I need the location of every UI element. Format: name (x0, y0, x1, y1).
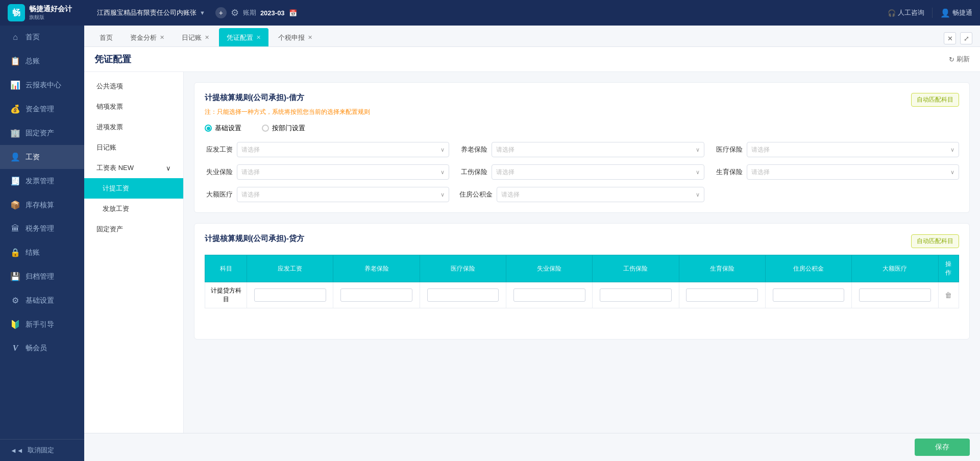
add-button[interactable]: + (215, 7, 227, 18)
expand-tab-button[interactable]: ⤢ (960, 32, 972, 44)
content-area: 首页 资金分析 ✕ 日记账 ✕ 凭证配置 ✕ 个税申报 ✕ ✕ ⤢ (84, 26, 980, 461)
cell-category: 计提贷方科目 (205, 282, 247, 308)
tab-journal[interactable]: 日记账 ✕ (174, 28, 217, 46)
sidebar-item-invoice[interactable]: 🧾 发票管理 (0, 169, 84, 193)
chevron-yingfa-icon: ∨ (440, 147, 445, 153)
chevron-gongshang-icon: ∨ (696, 169, 700, 176)
main-layout: ⌂ 首页 📋 总账 📊 云报表中心 💰 资金管理 🏢 固定资产 👤 工资 🧾 发… (0, 26, 980, 461)
cell-shengyu (679, 282, 765, 308)
calendar-icon[interactable]: 📅 (289, 9, 297, 17)
sidebar-item-tax[interactable]: 🏛 税务管理 (0, 217, 84, 240)
select-dale[interactable]: 请选择 ∨ (237, 187, 449, 202)
tab-home[interactable]: 首页 (92, 28, 120, 46)
logo-icon: 畅 (8, 4, 25, 21)
invoice-icon: 🧾 (10, 176, 20, 186)
tabs-bar: 首页 资金分析 ✕ 日记账 ✕ 凭证配置 ✕ 个税申报 ✕ ✕ ⤢ (84, 26, 980, 47)
field-zhufang: 住房公积金 请选择 ∨ (459, 187, 704, 202)
sidebar-item-settings[interactable]: ⚙ 基础设置 (0, 288, 84, 312)
debit-auto-match-button[interactable]: 自动匹配科目 (911, 93, 959, 107)
salary-icon: 👤 (10, 152, 20, 162)
credit-section: 计提核算规则(公司承担)-贷方 自动匹配科目 科目 应发工资 养老保险 (194, 223, 970, 339)
sidebar-item-home[interactable]: ⌂ 首页 (0, 26, 84, 49)
left-nav-salary-group[interactable]: 工资表 NEW ∨ (84, 158, 183, 178)
sidebar-item-funds[interactable]: 💰 资金管理 (0, 97, 84, 121)
left-nav-public[interactable]: 公共选项 (84, 76, 183, 96)
closing-icon: 🔒 (10, 248, 20, 257)
tab-close-tax[interactable]: ✕ (308, 34, 312, 41)
left-nav-journal[interactable]: 日记账 (84, 137, 183, 158)
left-nav-sales[interactable]: 销项发票 (84, 96, 183, 117)
label-yingfa: 应发工资 (205, 145, 233, 154)
sidebar-item-ledger[interactable]: 📋 总账 (0, 49, 84, 73)
select-shengyu[interactable]: 请选择 ∨ (747, 164, 959, 180)
tab-voucher[interactable]: 凭证配置 ✕ (219, 28, 268, 46)
sidebar-item-assets[interactable]: 🏢 固定资产 (0, 121, 84, 145)
company-selector[interactable]: 江西服宝精品有限责任公司内账张 ▼ (97, 8, 205, 17)
sidebar-label-salary: 工资 (26, 153, 40, 162)
pin-icon: ◄◄ (10, 447, 23, 454)
select-zhufang[interactable]: 请选择 ∨ (497, 187, 704, 202)
cell-shiye (506, 282, 593, 308)
tab-close-voucher[interactable]: ✕ (256, 34, 261, 41)
col-yanglao: 养老保险 (333, 255, 420, 282)
radio-basic-circle (205, 125, 212, 132)
left-nav-pay-salary[interactable]: 发放工资 (84, 199, 183, 219)
sidebar-item-inventory[interactable]: 📦 库存核算 (0, 193, 84, 217)
label-gongshang: 工伤保险 (459, 167, 487, 177)
sidebar-label-settings: 基础设置 (26, 296, 54, 305)
col-yingfa: 应发工资 (247, 255, 333, 282)
select-gongshang[interactable]: 请选择 ∨ (492, 164, 704, 180)
sidebar: ⌂ 首页 📋 总账 📊 云报表中心 💰 资金管理 🏢 固定资产 👤 工资 🧾 发… (0, 26, 84, 461)
select-yiliao[interactable]: 请选择 ∨ (747, 142, 959, 157)
sidebar-item-archive[interactable]: 💾 归档管理 (0, 264, 84, 288)
input-yiliao[interactable] (427, 288, 499, 302)
radio-basic[interactable]: 基础设置 (205, 124, 241, 133)
credit-auto-match-button[interactable]: 自动匹配科目 (911, 234, 959, 248)
select-shiye[interactable]: 请选择 ∨ (237, 164, 449, 180)
label-shiye: 失业保险 (205, 167, 233, 177)
col-shiye: 失业保险 (506, 255, 593, 282)
input-shengyu[interactable] (686, 288, 758, 302)
left-nav-fixed-assets[interactable]: 固定资产 (84, 219, 183, 239)
logo-main-text: 畅捷通好会计 (29, 5, 72, 14)
delete-row-icon[interactable]: 🗑 (945, 291, 952, 299)
select-yanglao[interactable]: 请选择 ∨ (492, 142, 704, 157)
input-shiye[interactable] (513, 288, 585, 302)
company-dropdown-icon: ▼ (200, 10, 205, 16)
save-button[interactable]: 保存 (915, 439, 970, 456)
input-yingfa[interactable] (254, 288, 326, 302)
page-header: 凭证配置 ↻ 刷新 (84, 47, 980, 72)
close-tab-button[interactable]: ✕ (944, 32, 956, 44)
consult-button[interactable]: 🎧 人工咨询 (888, 8, 924, 17)
sidebar-label-member: 畅会员 (26, 344, 47, 353)
input-zhufang[interactable] (773, 288, 845, 302)
label-dale: 大额医疗 (205, 190, 233, 199)
chevron-shengyu-icon: ∨ (950, 169, 954, 176)
refresh-button[interactable]: ↻ 刷新 (949, 55, 970, 64)
sidebar-item-member[interactable]: V 畅会员 (0, 336, 84, 360)
left-nav-purchase[interactable]: 进项发票 (84, 117, 183, 137)
input-dale[interactable] (859, 288, 931, 302)
company-name: 江西服宝精品有限责任公司内账张 (97, 8, 197, 17)
sidebar-item-reports[interactable]: 📊 云报表中心 (0, 73, 84, 97)
tab-funds[interactable]: 资金分析 ✕ (122, 28, 172, 46)
sidebar-label-inventory: 库存核算 (26, 201, 54, 210)
tab-close-journal[interactable]: ✕ (205, 34, 209, 41)
debit-section: 计提核算规则(公司承担)-借方 注：只能选择一种方式，系统将按照您当前的选择来配… (194, 82, 970, 213)
tab-tax[interactable]: 个税申报 ✕ (271, 28, 320, 46)
col-gongshang: 工伤保险 (593, 255, 679, 282)
select-yingfa[interactable]: 请选择 ∨ (237, 142, 449, 157)
settings-icon[interactable]: ⚙ (231, 7, 239, 18)
left-nav-calc-salary[interactable]: 计提工资 (84, 178, 183, 199)
user-button[interactable]: 👤 畅捷通 (940, 8, 972, 18)
sidebar-item-closing[interactable]: 🔒 结账 (0, 240, 84, 264)
sidebar-label-archive: 归档管理 (26, 272, 54, 281)
sidebar-item-salary[interactable]: 👤 工资 (0, 145, 84, 169)
input-gongshang[interactable] (600, 288, 672, 302)
radio-dept[interactable]: 按部门设置 (262, 124, 305, 133)
sidebar-item-guide[interactable]: 🔰 新手引导 (0, 312, 84, 336)
tab-close-funds[interactable]: ✕ (160, 34, 164, 41)
user-avatar-icon: 👤 (940, 8, 950, 18)
cancel-pin-button[interactable]: ◄◄ 取消固定 (0, 439, 84, 461)
input-yanglao[interactable] (340, 288, 412, 302)
